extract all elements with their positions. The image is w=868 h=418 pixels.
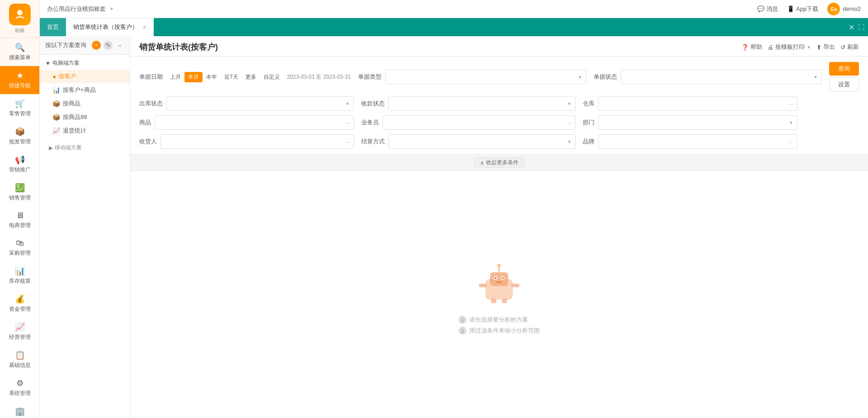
- receiver-label: 收货人: [139, 138, 157, 146]
- date-btn-more[interactable]: 更多: [242, 72, 260, 82]
- tab-sales-stats[interactable]: 销货单统计表（按客户） ✕: [66, 18, 154, 36]
- add-scheme-button[interactable]: +: [92, 41, 101, 50]
- product-label: 商品: [139, 119, 151, 127]
- order-status-chevron-icon: ▼: [813, 75, 818, 80]
- edit-scheme-button[interactable]: ✎: [104, 41, 113, 50]
- salesman-filter: 业务员 ···: [361, 115, 576, 130]
- scheme-item-by-product[interactable]: 📦 按商品: [40, 97, 130, 110]
- username: demo2: [843, 5, 861, 12]
- order-status-input[interactable]: ▼: [621, 70, 822, 84]
- scheme-item-by-customer-product[interactable]: 📊 按客户+商品: [40, 83, 130, 97]
- collapse-panel-button[interactable]: «: [115, 41, 124, 50]
- scheme-item-label: 按客户+商品: [63, 86, 96, 94]
- print-dropdown-icon[interactable]: ▼: [807, 45, 811, 50]
- date-btn-this-month[interactable]: 本月: [184, 72, 203, 82]
- sidebar-item-quick-nav[interactable]: ★ 快捷导航: [0, 66, 39, 94]
- scheme-item-return-stats[interactable]: 📈 退货统计: [40, 124, 130, 138]
- finance-icon: 💰: [15, 294, 25, 304]
- date-btn-last-month[interactable]: 上月: [166, 72, 184, 82]
- out-status-chevron-icon: ▼: [345, 101, 350, 106]
- user-area[interactable]: Ea demo2: [827, 3, 861, 15]
- message-btn[interactable]: 💬 消息: [757, 5, 778, 13]
- collapse-icon: ∧: [480, 160, 484, 166]
- print-btn[interactable]: 🖨 按模板打印 ▼: [768, 43, 811, 51]
- receiver-filter: 收货人 ···: [139, 134, 354, 149]
- enterprise-icon: 🏢: [15, 406, 25, 416]
- sidebar-item-ops[interactable]: 📈 经营管理: [0, 318, 39, 346]
- empty-illustration: [472, 254, 526, 309]
- date-btn-this-year[interactable]: 本年: [203, 72, 221, 82]
- refresh-btn[interactable]: ↺ 刷新: [840, 43, 859, 51]
- basic-info-icon: 📋: [15, 350, 25, 360]
- fullscreen-icon[interactable]: ⛶: [858, 24, 864, 31]
- scheme-group-desktop-title[interactable]: ▼ 电脑端方案: [40, 57, 130, 70]
- query-button[interactable]: 查询: [829, 62, 859, 76]
- date-range: 2023-03-01 至 2023-03-31: [287, 73, 351, 81]
- product-input[interactable]: ···: [155, 115, 354, 130]
- filter-row-4: 收货人 ··· 结算方式 ▼ 品牌: [139, 134, 859, 149]
- scheme-group-mobile-title[interactable]: ▶ 移动端方案: [40, 141, 130, 154]
- topbar-dropdown-icon[interactable]: ▼: [109, 6, 114, 11]
- export-btn[interactable]: ⬆ 导出: [816, 43, 835, 51]
- export-label: 导出: [823, 43, 835, 51]
- scheme-item-by-product99[interactable]: 📦 按商品99: [40, 110, 130, 124]
- sidebar-item-retail[interactable]: 🛒 零售管理: [0, 94, 39, 122]
- collapse-bar: ∧ 收起更多条件: [130, 155, 868, 171]
- empty-step1: 1 请先选择要分析的方案: [458, 316, 528, 324]
- sidebar-item-basic-info[interactable]: 📋 基础信息: [0, 346, 39, 374]
- app-download-label: App下载: [796, 5, 818, 13]
- help-btn[interactable]: ❓ 帮助: [741, 43, 762, 51]
- sidebar-item-inventory[interactable]: 📊 库存核算: [0, 261, 39, 290]
- product-icon: 📦: [52, 100, 60, 107]
- sidebar-item-label: 经营管理: [9, 333, 31, 341]
- sidebar-item-search-menu[interactable]: 🔍 搜索菜单: [0, 38, 39, 66]
- brand-dots-icon: ···: [788, 138, 793, 145]
- svg-point-11: [497, 264, 501, 267]
- sidebar-item-finance[interactable]: 💰 资金管理: [0, 290, 39, 318]
- receiver-dots-icon: ···: [345, 138, 350, 145]
- date-btn-custom[interactable]: 自定义: [260, 72, 283, 82]
- svg-point-0: [17, 10, 23, 15]
- department-input[interactable]: ▼: [598, 115, 797, 130]
- svg-rect-7: [496, 281, 502, 283]
- scheme-item-by-customer[interactable]: ● 按客户: [40, 70, 130, 83]
- tab-sales-stats-label: 销货单统计表（按客户）: [73, 23, 138, 31]
- out-status-input[interactable]: ▼: [166, 96, 354, 111]
- scheme-item-label: 按客户: [59, 72, 76, 81]
- tab-actions: ✕ ⛶: [849, 23, 868, 32]
- sidebar-item-purchase[interactable]: 🛍 采购管理: [0, 234, 39, 261]
- product-dots-icon: ···: [345, 119, 350, 126]
- tab-close-icon[interactable]: ✕: [142, 24, 146, 30]
- collapse-more-conditions-button[interactable]: ∧ 收起更多条件: [474, 157, 524, 168]
- sidebar-item-label: 资金管理: [9, 305, 31, 313]
- left-panel: 按以下方案查询 + ✎ « ▼ 电脑端方案 ● 按客户 📊 按: [40, 36, 130, 418]
- brand-filter: 品牌 ···: [583, 134, 797, 149]
- filter-row-1: 单据日期 上月 本月 本年 近7天 更多 自定义 2023-03-01 至 20…: [139, 62, 859, 92]
- settings-button[interactable]: 设置: [829, 77, 859, 92]
- step1-num: 1: [458, 316, 467, 324]
- main-area: 办公用品行业模拟账套 ▼ 💬 消息 📱 App下载 Ea demo2 首页 销货…: [40, 0, 868, 418]
- scheme-group-label: 电脑端方案: [52, 59, 80, 67]
- sidebar-item-system[interactable]: ⚙ 系统管理: [0, 374, 39, 402]
- warehouse-input[interactable]: ···: [598, 96, 797, 111]
- return-stats-icon: 📈: [52, 127, 60, 134]
- svg-rect-12: [491, 299, 496, 303]
- app-download-btn[interactable]: 📱 App下载: [787, 5, 818, 13]
- payment-method-input[interactable]: ▼: [388, 134, 576, 149]
- salesman-input[interactable]: ···: [382, 115, 576, 130]
- sidebar-item-sales[interactable]: 💹 销售管理: [0, 178, 39, 206]
- sidebar-item-marketing[interactable]: 📢 营销推广: [0, 150, 39, 178]
- sidebar-item-enterprise[interactable]: 🏢 企业协同: [0, 402, 39, 418]
- help-icon: ❓: [741, 44, 749, 51]
- ecommerce-icon: 🖥: [16, 211, 24, 220]
- receiver-input[interactable]: ···: [160, 134, 354, 149]
- close-window-icon[interactable]: ✕: [849, 23, 854, 32]
- tab-home[interactable]: 首页: [40, 18, 66, 36]
- order-type-input[interactable]: ▼: [385, 70, 586, 84]
- sidebar-item-ecommerce[interactable]: 🖥 电商管理: [0, 206, 39, 234]
- brand-label: 品牌: [583, 138, 594, 146]
- date-btn-last7days[interactable]: 近7天: [221, 72, 242, 82]
- brand-input[interactable]: ···: [598, 134, 797, 149]
- pay-status-input[interactable]: ▼: [388, 96, 576, 111]
- sidebar-item-wholesale[interactable]: 📦 批发管理: [0, 122, 39, 150]
